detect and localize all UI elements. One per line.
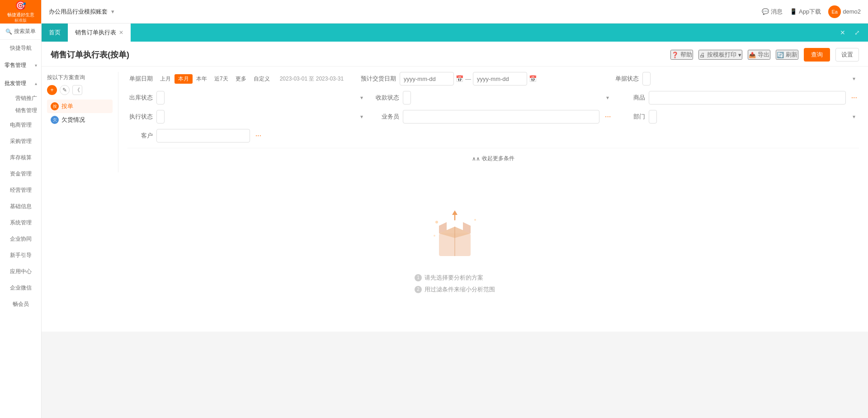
query-button[interactable]: 查询 xyxy=(804,48,830,62)
sidebar-section-retail: 零售管理 ▾ xyxy=(0,56,42,74)
expected-date-start[interactable] xyxy=(400,72,454,86)
goods-label: 商品 xyxy=(620,94,645,102)
filter-row-2: 出库状态 收款状态 xyxy=(127,91,859,104)
sidebar-item-purchase[interactable]: 采购管理 xyxy=(0,133,42,149)
sidebar-item-newbie[interactable]: 新手引导 xyxy=(0,247,42,263)
goods-more-icon[interactable]: ··· xyxy=(849,94,859,102)
refresh-label: 刷新 xyxy=(786,51,797,59)
topbar-message-label: 消息 xyxy=(771,8,783,16)
tab-sales-order[interactable]: 销售订单执行表 ✕ xyxy=(68,24,131,42)
sidebar-item-operations[interactable]: 经营管理 xyxy=(0,182,42,198)
dept-label: 部门 xyxy=(620,113,645,121)
payment-status-select[interactable] xyxy=(403,91,411,104)
delivery-status-select[interactable] xyxy=(156,91,165,104)
settings-button[interactable]: 设置 xyxy=(835,48,859,62)
sidebar-item-system[interactable]: 系统管理 xyxy=(0,214,42,231)
topbar-app-download[interactable]: 📱 App下载 xyxy=(790,8,821,16)
plan-item-by-order[interactable]: 按 按单 xyxy=(47,100,113,113)
exec-status-label: 执行状态 xyxy=(127,113,153,121)
calendar-end-icon[interactable]: 📅 xyxy=(529,75,537,82)
topbar-user[interactable]: Ea demo2 xyxy=(828,5,861,18)
filter-area: 按以下方案查询 + ✎ 《 按 按单 欠 欠货情况 xyxy=(42,66,868,172)
tab-expand-button[interactable]: ⤢ xyxy=(852,27,863,38)
payment-status-label: 收款状态 xyxy=(374,94,399,102)
filter-form: 单据日期 上月 本月 本年 近7天 更多 自定义 2023-03-01 至 20… xyxy=(118,72,868,172)
export-button[interactable]: 📤 导出 xyxy=(748,50,770,60)
chevron-down-icon: ▾ xyxy=(35,63,37,68)
help-button[interactable]: ❓ 帮助 xyxy=(670,50,693,60)
sidebar-logo[interactable]: 🎯 畅捷通好生意 标准版 xyxy=(0,0,42,24)
sidebar-search[interactable]: 🔍 搜索菜单 xyxy=(0,24,42,40)
sidebar: 🎯 畅捷通好生意 标准版 🔍 搜索菜单 快捷导航 零售管理 ▾ 批发管理 ▴ 营… xyxy=(0,0,42,418)
empty-tip-1: 1 请先选择要分析的方案 xyxy=(415,272,495,284)
empty-tip-2: 2 用过滤条件来缩小分析范围 xyxy=(415,284,495,295)
tab-close-button[interactable]: ✕ xyxy=(837,27,848,38)
sidebar-item-wechat[interactable]: 企业微信 xyxy=(0,280,42,296)
sidebar-item-vip[interactable]: 畅会员 xyxy=(0,296,42,312)
sidebar-wholesale-sub: 营销推广 销售管理 xyxy=(0,92,42,117)
salesperson-more-icon[interactable]: ··· xyxy=(603,113,613,121)
svg-point-9 xyxy=(434,235,435,237)
date-tab-custom[interactable]: 自定义 xyxy=(250,74,274,84)
doc-status-select[interactable] xyxy=(642,72,651,86)
topbar-message[interactable]: 💬 消息 xyxy=(762,8,783,16)
topbar-user-label: demo2 xyxy=(843,8,861,15)
date-tab-more[interactable]: 更多 xyxy=(232,74,250,84)
date-tab-7days[interactable]: 近7天 xyxy=(211,74,232,84)
topbar-app-label: App下载 xyxy=(799,8,821,16)
plan-item-shortage[interactable]: 欠 欠货情况 xyxy=(47,113,113,127)
calendar-start-icon[interactable]: 📅 xyxy=(456,75,463,82)
exec-status-select-wrap xyxy=(156,110,367,124)
add-plan-button[interactable]: + xyxy=(47,85,57,95)
tip-num-1: 1 xyxy=(415,274,422,281)
sidebar-item-finance[interactable]: 资金管理 xyxy=(0,166,42,182)
tab-close-icon[interactable]: ✕ xyxy=(119,29,123,36)
plan-icon-by-order: 按 xyxy=(51,102,59,110)
sidebar-item-vip-label: 畅会员 xyxy=(13,300,29,308)
sidebar-item-appcenter[interactable]: 应用中心 xyxy=(0,263,42,280)
sidebar-item-marketing[interactable]: 营销推广 xyxy=(12,92,42,104)
filter-doc-status-group: 单据状态 xyxy=(613,72,859,86)
customer-input[interactable] xyxy=(156,129,250,142)
sidebar-item-basic[interactable]: 基础信息 xyxy=(0,198,42,214)
exec-status-select[interactable] xyxy=(156,110,165,124)
filter-expected-date-group: 预计交货日期 📅 — 📅 xyxy=(361,72,606,86)
sidebar-item-system-label: 系统管理 xyxy=(10,219,32,227)
tab-home[interactable]: 首页 xyxy=(42,24,68,42)
customer-more-icon[interactable]: ··· xyxy=(254,132,263,140)
collapse-plan-button[interactable]: 《 xyxy=(72,85,82,95)
sidebar-item-ecommerce[interactable]: 电商管理 xyxy=(0,117,42,133)
sidebar-item-inventory-label: 库存核算 xyxy=(10,154,32,162)
sidebar-item-newbie-label: 新手引导 xyxy=(10,252,32,259)
date-tab-this-year[interactable]: 本年 xyxy=(193,74,211,84)
filter-delivery-group: 出库状态 xyxy=(127,91,367,104)
filter-row-4: 客户 ··· xyxy=(127,129,859,142)
refresh-button[interactable]: 🔄 刷新 xyxy=(776,50,798,60)
sidebar-item-appcenter-label: 应用中心 xyxy=(10,268,32,276)
edit-plan-button[interactable]: ✎ xyxy=(60,85,70,95)
salesperson-input[interactable] xyxy=(403,110,599,124)
sidebar-item-collab[interactable]: 企业协同 xyxy=(0,231,42,247)
print-button[interactable]: 🖨 按模板打印 ▾ xyxy=(698,50,742,60)
date-tab-this-month[interactable]: 本月 xyxy=(175,74,193,84)
tabbar: 首页 销售订单执行表 ✕ ✕ ⤢ xyxy=(42,24,868,42)
sidebar-item-inventory[interactable]: 库存核算 xyxy=(0,149,42,166)
tab-home-label: 首页 xyxy=(49,28,61,37)
doc-status-label: 单据状态 xyxy=(613,75,639,83)
sidebar-item-wechat-label: 企业微信 xyxy=(10,284,32,292)
filter-dept-group: 部门 xyxy=(620,110,859,124)
sidebar-item-shortcut[interactable]: 快捷导航 xyxy=(0,40,42,56)
expected-date-label: 预计交货日期 xyxy=(361,75,396,83)
expected-date-end[interactable] xyxy=(473,72,527,86)
sidebar-section-wholesale-header[interactable]: 批发管理 ▴ xyxy=(0,74,42,92)
topbar-dropdown-icon[interactable]: ▾ xyxy=(111,8,114,15)
date-tab-last-month[interactable]: 上月 xyxy=(156,74,175,84)
print-dropdown-icon: ▾ xyxy=(738,52,741,58)
dept-select[interactable] xyxy=(649,110,657,124)
sidebar-item-ecommerce-label: 电商管理 xyxy=(10,121,32,129)
sidebar-section-retail-header[interactable]: 零售管理 ▾ xyxy=(0,56,42,74)
collapse-button[interactable]: ∧∧ 收起更多条件 xyxy=(472,151,514,164)
sidebar-item-sales[interactable]: 销售管理 xyxy=(12,104,42,117)
goods-input[interactable] xyxy=(649,91,845,104)
print-icon: 🖨 xyxy=(699,52,705,58)
